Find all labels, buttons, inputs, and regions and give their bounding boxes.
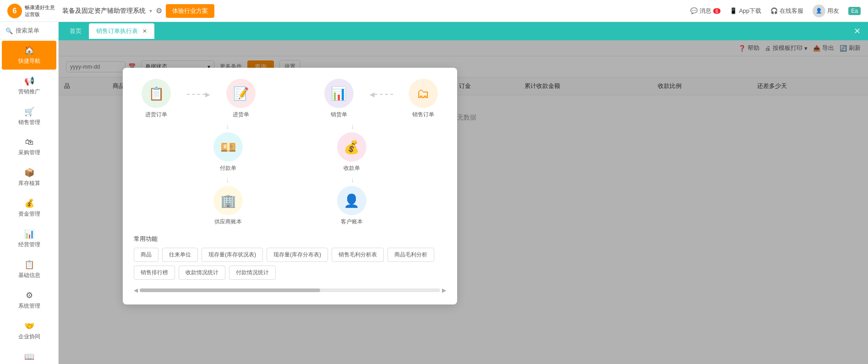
flow-circle-customer-ledger: 👤	[337, 186, 366, 215]
sidebar-search[interactable]: 🔍 搜索菜单	[0, 22, 58, 40]
headset-icon: 🎧	[770, 7, 778, 14]
cf-buttons-row1: 商品 往来单位 现存量(库存状况表) 现存量(库存分布表) 销售毛利分析表 商品…	[134, 248, 446, 262]
logo-area: 6 畅康通好生意 运营版	[7, 4, 62, 18]
scrollbar-thumb	[140, 288, 320, 292]
scrollbar-track[interactable]	[140, 288, 440, 292]
flow-node-sale-order[interactable]: 🗂 销售订单	[409, 79, 438, 119]
sidebar-item-basic[interactable]: 📋 基础信息	[2, 255, 56, 284]
message-badge: 6	[713, 8, 721, 14]
content-area: ❓ 帮助 🖨 按模板打印 ▾ 📤 导出 🔄	[59, 40, 868, 364]
flow-node-supplier-ledger[interactable]: 🏢 供应商账本	[213, 186, 243, 226]
flow-label-purchase-order: 进货订单	[145, 111, 167, 119]
online-service-nav-item[interactable]: 🎧 在线客服	[770, 7, 803, 15]
flow-label-customer-ledger: 客户账本	[341, 218, 363, 226]
cf-btn-5[interactable]: 商品毛利分析	[388, 248, 434, 262]
flow-node-purchase-order[interactable]: 📋 进货订单	[142, 79, 171, 119]
sidebar-item-marketing[interactable]: 📢 营销推广	[2, 71, 56, 100]
tab-close-icon[interactable]: ✕	[142, 28, 147, 34]
message-icon: 💬	[690, 7, 698, 14]
flow-col-2: 📊 销货单	[324, 79, 354, 119]
top-navbar: 6 畅康通好生意 运营版 装备及固定资产辅助管理系统 ▾ ⚙ 体验行业方案 💬 …	[0, 0, 868, 22]
chevron-down-icon[interactable]: ▾	[149, 8, 152, 14]
flow-col-payment: 💴 付款单	[213, 132, 243, 172]
cf-btn-7[interactable]: 收款情况统计	[179, 266, 225, 280]
tab-bar-close-icon[interactable]: ✕	[850, 26, 864, 36]
logo-icon: 6	[7, 4, 22, 18]
flow-label-purchase-bill: 进货单	[233, 111, 249, 119]
tab-home[interactable]: 首页	[62, 23, 89, 39]
clipboard-icon: 📋	[24, 260, 34, 270]
flow-circle-supplier-ledger: 🏢	[213, 186, 243, 215]
flow-node-purchase-bill[interactable]: 📝 进货单	[226, 79, 256, 119]
search-icon: 🔍	[5, 27, 13, 34]
flow-label-sale-order: 销售订单	[412, 111, 434, 119]
experience-btn[interactable]: 体验行业方案	[166, 4, 214, 18]
flow-circle-sale-bill: 📊	[324, 79, 354, 108]
flow-col-receipt: 💰 收款单	[337, 132, 366, 172]
avatar-text-badge: Ea	[848, 7, 861, 15]
sidebar-item-operations[interactable]: 📊 经营管理	[2, 224, 56, 253]
user-nav-item[interactable]: 👤 用友	[813, 5, 839, 17]
sidebar-item-enterprise[interactable]: 🤝 企业协同	[2, 316, 56, 345]
flow-label-payment: 付款单	[220, 164, 236, 172]
flow-col-3: 🗂 销售订单	[409, 79, 438, 119]
cf-btn-2[interactable]: 现存量(库存状况表)	[202, 248, 263, 262]
box-icon: 📦	[24, 168, 34, 178]
scroll-right-icon[interactable]: ▶	[442, 287, 446, 293]
modal-scrollbar: ◀ ▶	[134, 287, 446, 293]
modal-overlay: 📋 进货订单 ▶	[59, 40, 868, 364]
flow-circle-payment: 💴	[213, 132, 243, 162]
flow-col-1: 📝 进货单	[226, 79, 256, 119]
money-icon: 💰	[24, 198, 34, 208]
sidebar-item-inventory[interactable]: 📦 库存核算	[2, 163, 56, 192]
main-body: 🔍 搜索菜单 🏠 快捷导航 📢 营销推广 🛒 销售管理 🛍 采购管理 📦	[0, 22, 868, 364]
message-nav-item[interactable]: 💬 消息 6	[690, 7, 721, 15]
flow-circle-purchase-bill: 📝	[226, 79, 256, 108]
flow-node-customer-ledger[interactable]: 👤 客户账本	[337, 186, 366, 226]
modal-box: 📋 进货订单 ▶	[123, 68, 457, 304]
flow-col-supplier-ledger: 🏢 供应商账本	[213, 186, 243, 226]
system-title: 装备及固定资产辅助管理系统	[62, 7, 146, 15]
sidebar-item-system[interactable]: ⚙ 系统管理	[2, 286, 56, 315]
system-title-area: 装备及固定资产辅助管理系统 ▾ ⚙ 体验行业方案	[62, 4, 690, 18]
cf-buttons-row2: 销售排行榜 收款情况统计 付款情况统计	[134, 266, 446, 280]
flow-label-supplier-ledger: 供应商账本	[214, 218, 242, 226]
flow-col-0: 📋 进货订单	[142, 79, 171, 119]
cf-btn-3[interactable]: 现存量(库存分布表)	[267, 248, 328, 262]
sidebar-item-purchase[interactable]: 🛍 采购管理	[2, 133, 56, 161]
app-download-icon: 📱	[730, 7, 737, 14]
sidebar-item-finance[interactable]: 💰 资金管理	[2, 194, 56, 223]
tab-sales-order[interactable]: 销售订单执行表 ✕	[89, 23, 154, 39]
flow-circle-sale-order: 🗂	[409, 79, 438, 108]
cf-btn-1[interactable]: 往来单位	[162, 248, 198, 262]
flow-col-customer-ledger: 👤 客户账本	[337, 186, 366, 226]
gear-icon: ⚙	[26, 290, 33, 300]
flow-node-payment[interactable]: 💴 付款单	[213, 132, 243, 172]
app-download-nav-item[interactable]: 📱 App下载	[730, 7, 761, 15]
home-icon: 🏠	[24, 45, 34, 55]
common-functions-title: 常用功能	[134, 235, 446, 243]
common-functions: 常用功能 商品 往来单位 现存量(库存状况表) 现存量(库存分布表) 销售毛利分…	[134, 235, 446, 280]
flow-circle-purchase-order: 📋	[142, 79, 171, 108]
settings-icon[interactable]: ⚙	[156, 6, 162, 15]
sidebar-item-sales[interactable]: 🛒 销售管理	[2, 102, 56, 131]
chart-icon: 📊	[24, 229, 34, 239]
book-icon: 📖	[24, 352, 34, 362]
sidebar-item-guide[interactable]: 📖 新手引导	[2, 347, 56, 364]
megaphone-icon: 📢	[24, 76, 34, 86]
cf-btn-0[interactable]: 商品	[134, 248, 158, 262]
cf-btn-8[interactable]: 付款情况统计	[229, 266, 276, 280]
flow-circle-receipt: 💰	[337, 132, 366, 162]
sidebar-item-quick-nav[interactable]: 🏠 快捷导航	[2, 41, 56, 70]
flow-node-sale-bill[interactable]: 📊 销货单	[324, 79, 354, 119]
handshake-icon: 🤝	[24, 321, 34, 331]
cf-btn-4[interactable]: 销售毛利分析表	[332, 248, 384, 262]
scroll-left-icon[interactable]: ◀	[134, 287, 138, 293]
nav-right: 💬 消息 6 📱 App下载 🎧 在线客服 👤 用友 Ea	[690, 5, 861, 17]
flow-node-receipt[interactable]: 💰 收款单	[337, 132, 366, 172]
cf-btn-6[interactable]: 销售排行榜	[134, 266, 175, 280]
tab-bar: 首页 销售订单执行表 ✕ ✕	[59, 22, 868, 40]
cart-icon: 🛒	[24, 107, 34, 117]
logo-text: 畅康通好生意 运营版	[25, 4, 55, 17]
avatar: 👤	[813, 5, 825, 17]
